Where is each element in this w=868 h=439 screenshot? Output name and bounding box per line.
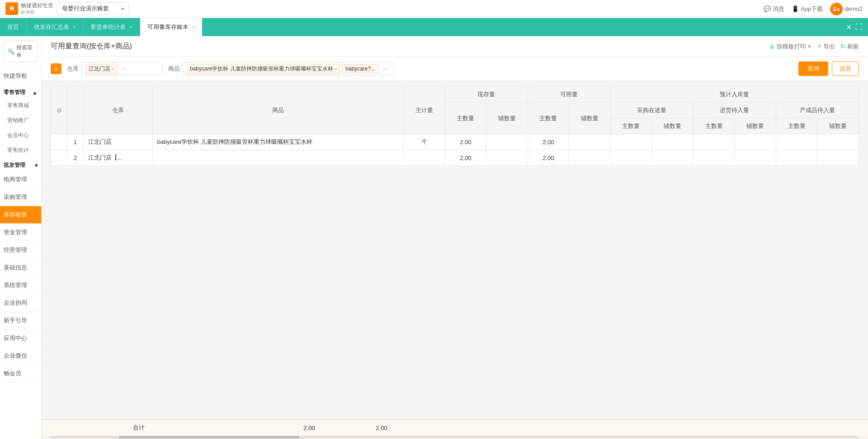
warehouse-tag: 江北门店 × [85, 64, 118, 74]
sidebar-item-newcomer[interactable]: 新手引导 [0, 312, 41, 330]
product-more-icon[interactable]: ··· [380, 65, 390, 73]
message-action[interactable]: 💬 消息 [764, 5, 784, 13]
chevron-icon-wholesale: ▾ [35, 162, 38, 169]
sidebar-item-operations[interactable]: 经营管理 [0, 241, 41, 259]
print-template-button[interactable]: 🖨 按模板打印 ▾ [769, 42, 811, 51]
scrollbar-thumb[interactable] [118, 436, 299, 439]
sidebar-item-retail-store[interactable]: 零售商城 [0, 98, 41, 113]
th-purchase-transit-aux: 辅数量 [652, 118, 693, 134]
product-tag-1-remove[interactable]: × [335, 66, 337, 71]
filter-bar: » 仓库 江北门店 × ··· 商品 babycare学饮杯 儿童防摔防撞吸管杯… [42, 57, 868, 81]
row-incoming-main-1 [693, 150, 735, 166]
industry-selector[interactable]: 母婴行业演示账套 ▾ [57, 2, 129, 15]
th-incoming-aux: 辅数量 [735, 118, 776, 134]
row-current-main-0: 2.00 [445, 134, 486, 150]
sidebar-item-inventory[interactable]: 库存核算 [0, 206, 41, 224]
sidebar-item-appcenter[interactable]: 应用中心 [0, 330, 41, 347]
row-product-pending-aux-0 [817, 134, 859, 150]
th-current-main-qty: 主数量 [445, 103, 486, 134]
app-download-action[interactable]: 📱 App下载 [792, 5, 823, 13]
tab-home[interactable]: 首页 [0, 18, 27, 36]
sidebar-item-basic-info[interactable]: 基础信息 [0, 259, 41, 277]
sidebar-item-finance[interactable]: 资金管理 [0, 224, 41, 241]
sidebar-item-member[interactable]: 畅会员 [0, 365, 41, 382]
row-gear-0 [51, 134, 67, 150]
row-product-pending-main-1 [776, 150, 817, 166]
sidebar-section-wholesale[interactable]: 批发管理 ▾ [0, 158, 41, 171]
row-purchase-transit-main-1 [610, 150, 652, 166]
query-button[interactable]: 查询 [798, 61, 828, 76]
tab-available-stock-label: 可用量库存账本 [147, 23, 189, 31]
th-available-aux-qty: 辅数量 [569, 103, 611, 134]
row-current-main-1: 2.00 [445, 150, 486, 166]
summary-current-main: 2.00 [291, 425, 327, 431]
tab-order-stats[interactable]: 要货单统计表 × [83, 18, 140, 36]
horizontal-scrollbar[interactable] [51, 436, 859, 439]
gear-icon[interactable]: ⚙ [57, 107, 62, 114]
tab-order-stats-close-icon[interactable]: × [129, 24, 132, 30]
tab-bar-actions: ✕ ⛶ [846, 23, 863, 32]
sidebar-item-system[interactable]: 系统管理 [0, 277, 41, 294]
page-title: 可用量查询(按仓库+商品) [51, 42, 132, 57]
sidebar-section-retail[interactable]: 零售管理 ▲ [0, 85, 41, 98]
tab-close-all-icon[interactable]: ✕ [846, 23, 852, 32]
chevron-print-icon: ▾ [808, 43, 811, 50]
logo-icon: 畅 [5, 2, 18, 15]
sidebar-item-enterprise[interactable]: 企业协同 [0, 294, 41, 312]
tab-available-stock[interactable]: 可用量库存账本 × [140, 18, 202, 36]
page-header-actions: 🖨 按模板打印 ▾ ↗ 导出 ↻ 刷新 [769, 42, 859, 56]
logo-area: 畅 畅捷通好生意 标准版 [5, 2, 53, 15]
th-product: 商品 [152, 87, 403, 134]
sidebar-item-retail-stats[interactable]: 零售统计 [0, 143, 41, 158]
search-menu-button[interactable]: 🔍 搜索菜单 [4, 41, 38, 62]
page-header: 可用量查询(按仓库+商品) 🖨 按模板打印 ▾ ↗ 导出 ↻ 刷新 [42, 36, 868, 57]
row-gear-1 [51, 150, 67, 166]
user-profile[interactable]: Ea demo2 [830, 3, 863, 15]
top-bar-left: 畅 畅捷通好生意 标准版 母婴行业演示账套 ▾ [5, 2, 129, 15]
row-product-1 [152, 150, 403, 166]
sidebar-item-member-center[interactable]: 会员中心 [0, 128, 41, 143]
filter-actions: 查询 设置 [798, 61, 859, 76]
export-button[interactable]: ↗ 导出 [816, 42, 835, 51]
sidebar-item-marketing[interactable]: 营销推广 [0, 113, 41, 128]
row-current-aux-1 [486, 150, 528, 166]
refresh-button[interactable]: ↻ 刷新 [840, 42, 859, 51]
row-incoming-aux-0 [735, 134, 776, 150]
print-icon: 🖨 [769, 43, 775, 50]
warehouse-input[interactable]: 江北门店 × ··· [81, 62, 163, 76]
sidebar-item-quick-nav[interactable]: 快捷导航 [0, 67, 41, 85]
th-product-pending-aux: 辅数量 [817, 118, 859, 134]
th-available-main-qty: 主数量 [528, 103, 569, 134]
avatar: Ea [830, 3, 843, 15]
tab-fullscreen-icon[interactable]: ⛶ [855, 23, 863, 32]
row-available-main-1: 2.00 [528, 150, 569, 166]
sidebar-item-wechat[interactable]: 企业微信 [0, 347, 41, 365]
sidebar: 🔍 搜索菜单 快捷导航 零售管理 ▲ 零售商城 营销推广 会员中心 零售统计 批… [0, 36, 42, 439]
row-product-pending-main-0 [776, 134, 817, 150]
table-area: ⚙ 仓库 商品 主计量 现存量 [42, 81, 868, 419]
row-purchase-transit-main-0 [610, 134, 652, 150]
tab-receipt-summary[interactable]: 收发存汇总表 × [27, 18, 83, 36]
product-input[interactable]: babycare学饮杯 儿童防摔防撞吸管杯重力球吸嘴杯宝宝水杯 × babyca… [183, 62, 394, 76]
table-footer: 合计 2.00 2.00 [42, 419, 868, 435]
tab-available-stock-close-icon[interactable]: × [192, 24, 195, 30]
tab-receipt-summary-label: 收发存汇总表 [34, 23, 69, 31]
content-area: 可用量查询(按仓库+商品) 🖨 按模板打印 ▾ ↗ 导出 ↻ 刷新 [42, 36, 868, 439]
app-icon: 📱 [792, 5, 799, 12]
filter-toggle-button[interactable]: » [51, 63, 61, 74]
tab-receipt-close-icon[interactable]: × [73, 24, 75, 30]
settings-button[interactable]: 设置 [832, 61, 859, 76]
th-purchase-transit-main: 主数量 [610, 118, 652, 134]
row-product-pending-aux-1 [817, 150, 859, 166]
tab-bar: 首页 收发存汇总表 × 要货单统计表 × 可用量库存账本 × ✕ ⛶ [0, 18, 868, 36]
warehouse-filter: 仓库 江北门店 × ··· [67, 62, 163, 76]
sidebar-item-ecommerce[interactable]: 电商管理 [0, 171, 41, 189]
sidebar-item-purchase[interactable]: 采购管理 [0, 189, 41, 206]
th-index [67, 87, 84, 134]
row-available-aux-0 [569, 134, 611, 150]
logo-text: 畅捷通好生意 标准版 [21, 2, 53, 15]
row-current-aux-0 [486, 134, 528, 150]
warehouse-more-icon[interactable]: ··· [119, 65, 129, 73]
warehouse-tag-remove[interactable]: × [112, 66, 114, 71]
th-planned-in: 预计入库量 [610, 87, 859, 103]
